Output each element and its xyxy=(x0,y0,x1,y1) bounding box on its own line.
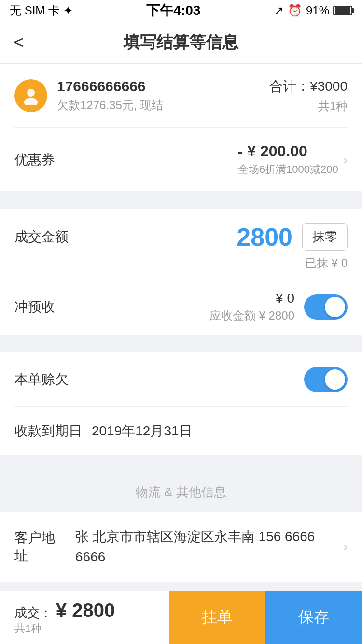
prepay-toggle[interactable] xyxy=(304,294,348,320)
due-date-value: 2019年12月31日 xyxy=(92,422,193,440)
bottom-bar: 成交： ¥ 2800 共1种 挂单 保存 xyxy=(0,591,362,644)
deal-amount-row: 成交金额 2800 抹零 xyxy=(14,209,348,255)
battery-percent: 91% xyxy=(306,4,329,17)
bottom-deal-label: 成交： xyxy=(14,605,52,620)
page-title: 填写结算等信息 xyxy=(124,31,238,54)
customer-info: 17666666666 欠款1276.35元, 现结 xyxy=(57,78,163,113)
prepay-row: 冲预收 ¥ 0 应收金额 ¥ 2800 xyxy=(14,279,348,335)
bottom-count: 共1种 xyxy=(14,621,154,636)
section-gap-3 xyxy=(0,462,362,472)
coupon-desc: 全场6折满1000减200 xyxy=(238,162,338,177)
deal-amount-right: 2800 抹零 xyxy=(237,223,348,251)
prepay-right: ¥ 0 应收金额 ¥ 2800 xyxy=(209,291,348,323)
customer-left: 17666666666 欠款1276.35元, 现结 xyxy=(14,78,163,113)
prepay-label: 冲预收 xyxy=(14,298,55,316)
address-value: 张 北京市市辖区海淀区永丰南 156 6666 6666 xyxy=(75,527,335,567)
svg-point-0 xyxy=(27,89,35,97)
bottom-info: 成交： ¥ 2800 共1种 xyxy=(0,591,169,644)
debt-row: 本单赊欠 xyxy=(14,352,348,406)
status-bar: 无 SIM 卡 ✦ 下午4:03 ↗ ⏰ 91% xyxy=(0,0,362,21)
customer-debt: 欠款1276.35元, 现结 xyxy=(57,98,163,113)
svg-point-1 xyxy=(24,98,38,105)
bottom-amount: ¥ 2800 xyxy=(56,600,115,621)
item-count: 共1种 xyxy=(269,98,348,114)
chevron-right-icon-2: › xyxy=(343,539,348,555)
content-area: 17666666666 欠款1276.35元, 现结 合计：¥3000 共1种 … xyxy=(0,64,362,644)
customer-card: 17666666666 欠款1276.35元, 现结 合计：¥3000 共1种 … xyxy=(0,64,362,191)
customer-row: 17666666666 欠款1276.35元, 现结 合计：¥3000 共1种 xyxy=(14,64,348,127)
status-left: 无 SIM 卡 ✦ xyxy=(10,3,73,18)
logistics-label: 物流 & 其他信息 xyxy=(136,484,226,501)
coupon-amount: - ¥ 200.00 xyxy=(238,142,338,160)
coupon-info: - ¥ 200.00 全场6折满1000减200 xyxy=(238,142,338,177)
coupon-label: 优惠券 xyxy=(14,151,55,169)
save-button[interactable]: 保存 xyxy=(265,591,362,644)
debt-toggle[interactable] xyxy=(304,367,348,392)
header-line-right xyxy=(236,492,313,492)
debt-card: 本单赊欠 收款到期日 2019年12月31日 xyxy=(0,352,362,455)
deal-amount-card: 成交金额 2800 抹零 已抹 ¥ 0 冲预收 ¥ 0 应收金额 ¥ 2800 xyxy=(0,209,362,335)
chevron-right-icon: › xyxy=(343,152,348,168)
coupon-row[interactable]: 优惠券 - ¥ 200.00 全场6折满1000减200 › xyxy=(14,128,348,191)
location-icon: ↗ xyxy=(274,4,284,17)
prepay-value: ¥ 0 xyxy=(209,291,294,306)
deal-amount-label: 成交金额 xyxy=(14,228,69,246)
customer-phone: 17666666666 xyxy=(57,78,163,95)
deal-amount-sub: 已抹 ¥ 0 xyxy=(14,255,348,279)
total-amount: 合计：¥3000 xyxy=(269,77,348,96)
address-card: 客户地址 张 北京市市辖区海淀区永丰南 156 6666 6666 › xyxy=(0,512,362,582)
section-gap-1 xyxy=(0,199,362,209)
due-date-label: 收款到期日 xyxy=(14,422,82,440)
bottom-deal-row: 成交： ¥ 2800 xyxy=(14,600,154,621)
prepay-desc: 应收金额 ¥ 2800 xyxy=(209,308,294,323)
avatar xyxy=(14,79,47,112)
customer-total: 合计：¥3000 共1种 xyxy=(269,77,348,114)
deal-amount-value: 2800 xyxy=(237,224,292,250)
hang-button[interactable]: 挂单 xyxy=(169,591,265,644)
address-row[interactable]: 客户地址 张 北京市市辖区海淀区永丰南 156 6666 6666 › xyxy=(14,512,348,582)
page-header: < 填写结算等信息 xyxy=(0,21,362,64)
debt-label: 本单赊欠 xyxy=(14,370,69,389)
header-line-left xyxy=(49,492,126,492)
due-date-row: 收款到期日 2019年12月31日 xyxy=(14,407,348,455)
prepay-amount: ¥ 0 应收金额 ¥ 2800 xyxy=(209,291,294,323)
logistics-header: 物流 & 其他信息 xyxy=(0,472,362,512)
back-button[interactable]: < xyxy=(14,32,24,53)
alarm-icon: ⏰ xyxy=(288,4,302,17)
section-gap-2 xyxy=(0,343,362,352)
coupon-right: - ¥ 200.00 全场6折满1000减200 › xyxy=(238,142,348,177)
status-right: ↗ ⏰ 91% xyxy=(274,4,352,17)
sim-status: 无 SIM 卡 ✦ xyxy=(10,3,73,18)
status-time: 下午4:03 xyxy=(146,1,200,20)
battery-icon xyxy=(333,6,352,15)
address-label: 客户地址 xyxy=(14,529,68,565)
round-button[interactable]: 抹零 xyxy=(302,223,348,251)
